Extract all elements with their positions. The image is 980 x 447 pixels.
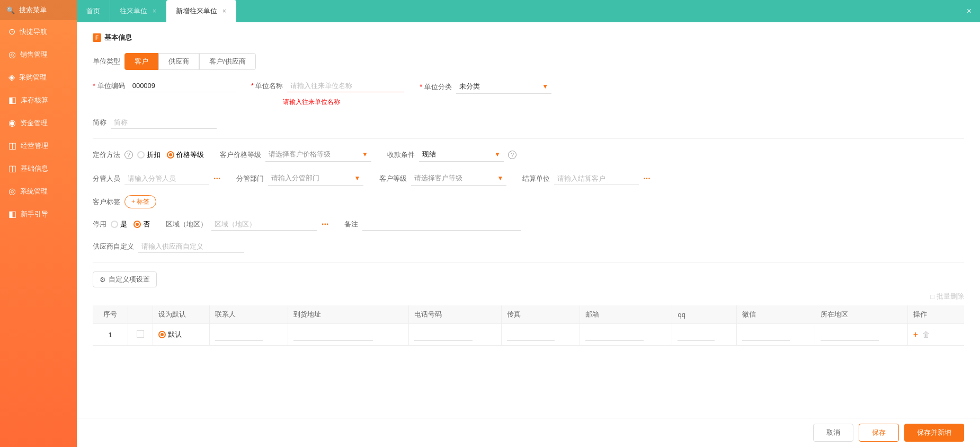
th-fax: 传真: [501, 305, 580, 324]
region-dots-btn[interactable]: ···: [322, 220, 328, 229]
customer-price-level-arrow: ▼: [362, 151, 368, 158]
search-menu-label: 搜索菜单: [19, 5, 47, 15]
default-radio-circle: [158, 331, 166, 338]
row-checkbox[interactable]: [137, 330, 144, 338]
customer-price-level-label: 客户价格等级: [220, 150, 261, 160]
remark-group: 备注: [344, 218, 521, 231]
unit-code-input[interactable]: [129, 80, 235, 92]
radio-disabled-no[interactable]: 否: [133, 220, 150, 229]
section-title: F 基本信息: [93, 33, 964, 42]
customer-price-level-placeholder: 请选择客户价格等级: [269, 150, 360, 159]
settlement-unit-input[interactable]: [554, 172, 639, 185]
default-radio[interactable]: 默认: [158, 330, 204, 339]
td-region: [815, 324, 907, 346]
sidebar-item-inventory[interactable]: ◧ 库存核算: [0, 89, 77, 111]
td-contact: [209, 324, 288, 346]
tab-new-partner-close[interactable]: ×: [222, 7, 226, 15]
th-no: 序号: [93, 305, 128, 324]
tab-home-label: 首页: [86, 6, 100, 16]
tab-partner-close[interactable]: ×: [153, 7, 156, 15]
disabled-radio-group: 是 否: [111, 220, 150, 229]
address-input[interactable]: [293, 328, 373, 341]
payment-help-icon[interactable]: ?: [508, 151, 516, 159]
contacts-table: 序号 设为默认 联系人 到货地址 电话号码 传真 邮箱 qq 微信 所在地区 操…: [93, 305, 964, 346]
batch-delete-label[interactable]: 批量删除: [937, 292, 964, 301]
department-select[interactable]: 请输入分管部门 ▼: [268, 171, 363, 186]
manager-row: 分管人员 ··· 分管部门 请输入分管部门 ▼ 客户等级 请选择客户等级 ▼ 结…: [93, 171, 964, 186]
td-checkbox[interactable]: [128, 324, 153, 346]
sidebar-item-system[interactable]: ◎ 系统管理: [0, 180, 77, 203]
unit-name-wrapper: [287, 80, 404, 92]
cancel-button[interactable]: 取消: [813, 424, 853, 442]
disabled-row: 停用 是 否 区域（地区） ··· 备注: [93, 218, 964, 231]
th-address: 到货地址: [288, 305, 408, 324]
remark-input[interactable]: [362, 218, 521, 231]
sidebar-item-quick-nav[interactable]: ⊙ 快捷导航: [0, 20, 77, 43]
td-phone: [408, 324, 501, 346]
sidebar-item-basic-info[interactable]: ◫ 基础信息: [0, 157, 77, 180]
sidebar-item-purchase[interactable]: ◈ 采购管理: [0, 66, 77, 89]
sidebar-item-sales[interactable]: ◎ 销售管理: [0, 43, 77, 66]
unit-type-customer-btn[interactable]: 客户: [124, 53, 158, 70]
radio-price-level[interactable]: 价格等级: [167, 150, 204, 160]
purchase-icon: ◈: [8, 72, 15, 82]
phone-input[interactable]: [414, 328, 473, 341]
add-tag-btn[interactable]: + 标签: [124, 195, 156, 208]
supplier-custom-row: 供应商自定义: [93, 240, 964, 253]
manager-dots-btn[interactable]: ···: [213, 174, 220, 183]
sidebar-item-guide[interactable]: ◧ 新手引导: [0, 203, 77, 225]
radio-discount[interactable]: 折扣: [137, 150, 161, 160]
del-row-btn[interactable]: 🗑: [922, 330, 930, 339]
supplier-custom-label: 供应商自定义: [93, 242, 134, 251]
quick-nav-icon: ⊙: [8, 27, 15, 37]
sidebar-item-operations[interactable]: ◫ 经营管理: [0, 134, 77, 157]
manager-input[interactable]: [124, 172, 209, 185]
contact-input[interactable]: [215, 328, 263, 341]
settlement-unit-dots-btn[interactable]: ···: [643, 174, 650, 183]
save-new-button[interactable]: 保存并新增: [904, 424, 964, 442]
unit-name-input[interactable]: [287, 80, 404, 92]
batch-delete-area: □ 批量删除: [93, 292, 964, 301]
supplier-custom-group: 供应商自定义: [93, 240, 244, 253]
td-actions: + 🗑: [907, 324, 964, 346]
search-menu[interactable]: 🔍 搜索菜单: [0, 0, 77, 20]
supplier-custom-input[interactable]: [138, 240, 244, 253]
region-input[interactable]: [211, 218, 317, 231]
tab-home[interactable]: 首页: [77, 0, 110, 22]
add-row-btn[interactable]: +: [913, 330, 918, 339]
pricing-radio-group: 折扣 价格等级: [137, 150, 204, 160]
customer-level-label: 客户等级: [379, 174, 407, 183]
unit-type-both-btn[interactable]: 客户/供应商: [199, 53, 256, 70]
fax-input[interactable]: [507, 328, 555, 341]
unit-category-select[interactable]: 未分类 ▼: [456, 80, 551, 94]
customer-level-select[interactable]: 请选择客户等级 ▼: [411, 171, 506, 186]
qq-input[interactable]: [678, 328, 715, 341]
custom-settings-btn[interactable]: ⚙ 自定义项设置: [93, 271, 157, 287]
abbr-row: 简称: [93, 116, 964, 129]
guide-icon: ◧: [8, 209, 16, 219]
radio-disabled-yes[interactable]: 是: [111, 220, 127, 229]
sidebar-item-label: 系统管理: [20, 187, 48, 196]
payment-condition-select[interactable]: 现结 ▼: [419, 147, 504, 162]
save-button[interactable]: 保存: [859, 424, 899, 442]
pricing-help-icon[interactable]: ?: [124, 151, 133, 159]
wechat-input[interactable]: [742, 328, 790, 341]
system-icon: ◎: [8, 186, 16, 196]
tab-new-partner[interactable]: 新增往来单位 ×: [166, 0, 236, 22]
customer-price-level-select[interactable]: 请选择客户价格等级 ▼: [265, 147, 371, 162]
main-area: 首页 往来单位 × 新增往来单位 × × F 基本信息 单位类型 客户 供应商 …: [77, 0, 980, 447]
tab-new-partner-label: 新增往来单位: [176, 6, 217, 16]
department-label: 分管部门: [236, 174, 264, 183]
unit-type-supplier-btn[interactable]: 供应商: [158, 53, 199, 70]
td-default: 默认: [153, 324, 209, 346]
custom-settings-icon: ⚙: [100, 276, 106, 284]
unit-code-group: 单位编码: [93, 80, 235, 92]
row-region-input[interactable]: [821, 328, 879, 341]
tab-partner[interactable]: 往来单位 ×: [110, 0, 166, 22]
th-contact: 联系人: [209, 305, 288, 324]
sidebar-item-finance[interactable]: ◉ 资金管理: [0, 111, 77, 134]
disabled-label: 停用: [93, 220, 106, 229]
close-all-tabs[interactable]: ×: [958, 6, 980, 16]
abbr-input[interactable]: [111, 116, 217, 129]
email-input[interactable]: [585, 328, 644, 341]
